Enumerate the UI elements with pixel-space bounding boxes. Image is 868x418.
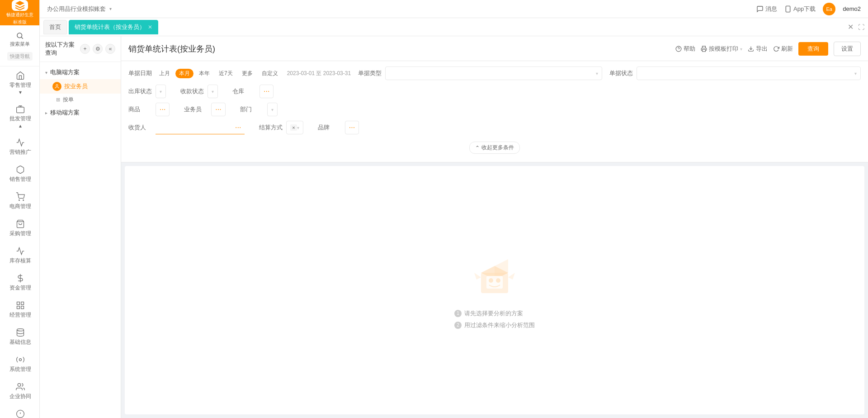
user-avatar[interactable]: Ea <box>823 3 835 15</box>
refresh-btn[interactable]: 刷新 <box>773 45 793 53</box>
goods-dots[interactable]: ··· <box>160 106 165 113</box>
warehouse-control[interactable]: ··· <box>259 85 274 98</box>
template-print-btn[interactable]: 按模板打印 ▾ <box>701 45 742 53</box>
svg-point-3 <box>19 200 20 201</box>
sidebar-label-purchase: 采购管理 <box>9 230 31 238</box>
date-last-month[interactable]: 上月 <box>156 69 174 78</box>
tab-sales-stat[interactable]: 销货单统计表（按业务员） ✕ <box>69 20 158 34</box>
svg-point-11 <box>17 329 24 331</box>
sidebar-item-newbie[interactable]: 新手引导 <box>0 405 39 418</box>
sidebar-item-finance[interactable]: 资金管理 <box>0 269 39 296</box>
sidebar-item-wholesale[interactable]: 批发管理 ▴ <box>0 100 39 133</box>
tree-group-mobile-header[interactable]: ▸ 移动端方案 <box>40 106 121 119</box>
consignee-dots[interactable]: ··· <box>235 124 241 131</box>
svg-point-23 <box>56 85 58 86</box>
settings-btn[interactable]: 设置 <box>834 42 861 56</box>
tree-group-mobile: ▸ 移动端方案 <box>40 106 121 119</box>
left-panel-actions: + ⚙ « <box>80 44 115 54</box>
date-label: 单据日期 <box>128 69 156 77</box>
sidebar-label-wholesale: 批发管理 <box>9 115 31 123</box>
sidebar-item-operation[interactable]: 经营管理 <box>0 296 39 323</box>
consignee-input[interactable] <box>159 123 235 132</box>
tree-sub-item-order[interactable]: ⊞ 按单 <box>40 94 121 106</box>
tree-group-pc-header[interactable]: ▾ 电脑端方案 <box>40 66 121 79</box>
sidebar-label-coop: 企业协同 <box>9 393 31 400</box>
tip-text-2: 用过滤条件来缩小分析范围 <box>464 321 535 329</box>
template-print-arrow[interactable]: ▾ <box>740 47 742 52</box>
svg-rect-21 <box>786 6 790 12</box>
filter-area: 单据日期 上月 本月 本年 近7天 更多 自定义 2023-03-01 至 20… <box>121 61 868 162</box>
svg-point-0 <box>17 33 22 38</box>
date-this-month[interactable]: 本月 <box>175 69 193 78</box>
svg-point-13 <box>18 384 21 387</box>
tab-home-label: 首页 <box>49 23 61 31</box>
user-name[interactable]: demo2 <box>843 5 861 12</box>
refresh-label: 刷新 <box>781 45 793 53</box>
retail-arrow: ▾ <box>19 89 22 95</box>
svg-rect-8 <box>21 302 24 305</box>
date-more[interactable]: 更多 <box>238 69 256 78</box>
tree-group-mobile-label: 移动端方案 <box>50 109 80 117</box>
filter-cell-settlement: 结算方式 × ▾ <box>259 121 310 134</box>
window-maximize-icon[interactable]: ⛶ <box>858 24 864 31</box>
tab-close-icon[interactable]: ✕ <box>148 24 152 30</box>
sidebar-label-retail: 零售管理 <box>9 81 31 89</box>
goods-control[interactable]: ··· <box>156 103 170 116</box>
sidebar-item-ecom[interactable]: 电商管理 <box>0 188 39 215</box>
filter-cell-payment-status: 收款状态 ▾ <box>180 85 225 98</box>
date-custom[interactable]: 自定义 <box>258 69 282 78</box>
add-scheme-btn[interactable]: + <box>80 44 90 54</box>
sidebar-item-purchase[interactable]: 采购管理 <box>0 215 39 242</box>
consignee-control[interactable]: ··· <box>156 121 245 134</box>
query-btn[interactable]: 查询 <box>798 42 828 56</box>
sidebar-item-retail[interactable]: 零售管理 ▾ <box>0 66 39 100</box>
logo-text: 畅捷通好生意 <box>6 12 33 18</box>
doc-type-control[interactable]: ▾ <box>385 66 602 80</box>
export-btn[interactable]: 导出 <box>748 45 768 53</box>
salesperson-control[interactable]: ··· <box>211 103 225 116</box>
filter-cell-out-status: 出库状态 ▾ <box>128 85 173 98</box>
date-this-year[interactable]: 本年 <box>195 69 213 78</box>
filter-cell-department: 部门 ▾ <box>240 103 285 116</box>
settings-scheme-btn[interactable]: ⚙ <box>93 44 103 54</box>
warehouse-dots[interactable]: ··· <box>264 88 269 95</box>
out-status-control[interactable]: ▾ <box>156 85 166 98</box>
settlement-tag[interactable]: × <box>290 124 297 131</box>
sidebar-item-coop[interactable]: 企业协同 <box>0 378 39 405</box>
collapse-panel-btn[interactable]: « <box>105 44 115 54</box>
settlement-label: 结算方式 <box>259 124 286 132</box>
logo-icon <box>12 0 28 11</box>
brand-dots[interactable]: ··· <box>349 124 355 131</box>
settlement-control[interactable]: × ▾ <box>286 121 303 134</box>
date-last-7-days[interactable]: 近7天 <box>215 69 236 78</box>
help-btn[interactable]: 帮助 <box>675 45 695 53</box>
sidebar-item-system[interactable]: 系统管理 <box>0 351 39 378</box>
doc-status-label: 单据状态 <box>609 69 637 77</box>
window-close-icon[interactable]: ✕ <box>848 23 854 31</box>
brand-control[interactable]: ··· <box>345 121 359 134</box>
tip-text-1: 请先选择要分析的方案 <box>464 309 523 318</box>
right-panel: 销货单统计表(按业务员) 帮助 <box>121 36 868 418</box>
tree-item-by-salesperson[interactable]: 按业务员 <box>40 79 121 94</box>
payment-status-control[interactable]: ▾ <box>208 85 218 98</box>
doc-status-control[interactable]: ▾ <box>637 66 861 80</box>
search-menu-btn[interactable]: 搜索菜单 <box>10 29 30 50</box>
sidebar-item-marketing[interactable]: 营销推广 <box>0 133 39 161</box>
tab-home[interactable]: 首页 <box>43 20 67 34</box>
message-btn[interactable]: 消息 <box>756 5 777 13</box>
page-header: 销货单统计表(按业务员) 帮助 <box>121 36 868 61</box>
breadcrumb-arrow[interactable]: ▾ <box>109 6 112 11</box>
help-label: 帮助 <box>684 45 695 53</box>
svg-rect-7 <box>17 302 20 305</box>
app-download-btn[interactable]: App下载 <box>784 5 816 13</box>
sidebar-item-sales[interactable]: 销售管理 <box>0 161 39 188</box>
collapse-btn[interactable]: ⌃ 收起更多条件 <box>469 142 520 154</box>
department-control[interactable]: ▾ <box>267 103 278 116</box>
logo-area[interactable]: 畅捷通好生意 标准版 <box>0 0 39 25</box>
sidebar-search-section: 搜索菜单 快捷导航 <box>0 25 39 66</box>
quick-nav-label[interactable]: 快捷导航 <box>7 52 33 61</box>
salesperson-dots[interactable]: ··· <box>215 106 221 113</box>
sidebar-item-inventory[interactable]: 库存核算 <box>0 242 39 269</box>
svg-rect-2 <box>17 107 24 113</box>
sidebar-item-basic[interactable]: 基础信息 <box>0 323 39 351</box>
